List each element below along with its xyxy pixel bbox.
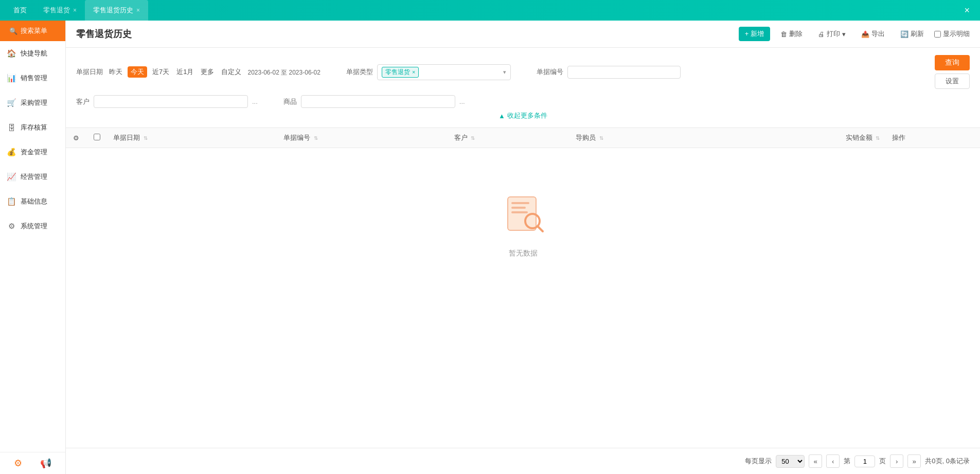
print-chevron-icon: ▾: [842, 30, 846, 38]
type-select[interactable]: 零售退货 × ▾: [377, 64, 511, 80]
per-page-select[interactable]: 50 10 20 100: [776, 455, 805, 468]
tab-retail-return[interactable]: 零售退货 ×: [35, 0, 85, 21]
prev-page-button[interactable]: ‹: [826, 454, 840, 468]
new-button[interactable]: + 新增: [739, 27, 770, 41]
col-action: 操作: [886, 128, 980, 148]
show-detail-checkbox[interactable]: [934, 31, 941, 38]
page-input[interactable]: [854, 455, 875, 467]
sidebar-item-basic-info[interactable]: 📋 基础信息: [0, 189, 65, 214]
window-close-button[interactable]: ×: [959, 5, 975, 16]
basic-info-icon: 📋: [6, 196, 16, 207]
svg-rect-1: [511, 202, 529, 204]
tab-retail-return-history[interactable]: 零售退货历史 ×: [85, 0, 148, 21]
page-unit: 页: [879, 457, 886, 466]
export-button[interactable]: 📤 导出: [856, 27, 890, 41]
svg-rect-3: [511, 211, 528, 213]
col-date[interactable]: 单据日期 ⇅: [107, 128, 277, 148]
export-icon: 📤: [861, 30, 869, 38]
query-setting-buttons: 查询 设置: [935, 55, 970, 89]
empty-icon: [497, 189, 549, 241]
page-header: 零售退货历史 + 新增 🗑 删除 🖨 打印 ▾ 📤 导出: [66, 21, 980, 48]
data-table: ⚙ 单据日期 ⇅ 单据编号 ⇅: [66, 128, 980, 299]
volume-icon[interactable]: 📢: [40, 458, 51, 469]
pagination: 每页显示 50 10 20 100 « ‹ 第 页 › » 共0页, 0条记录: [66, 448, 980, 474]
date-opt-1month[interactable]: 近1月: [174, 66, 195, 78]
type-tag: 零售退货 ×: [382, 67, 419, 78]
date-opt-more[interactable]: 更多: [199, 66, 216, 78]
goods-dots: ...: [459, 98, 465, 105]
settings-bottom-icon[interactable]: ⚙: [14, 458, 22, 469]
table-checkbox-col: [86, 128, 107, 148]
system-icon: ⚙: [6, 221, 16, 231]
col-guide[interactable]: 导购员 ⇅: [569, 128, 716, 148]
col-doc-no[interactable]: 单据编号 ⇅: [277, 128, 448, 148]
collapse-up-icon: ▲: [498, 112, 505, 120]
col-customer[interactable]: 客户 ⇅: [448, 128, 569, 148]
svg-line-5: [538, 226, 543, 231]
type-label: 单据类型: [346, 67, 373, 77]
sidebar: 🔍 搜索菜单 🏠 快捷导航 📊 销售管理 🛒 采购管理 🗄: [0, 21, 66, 474]
setting-button[interactable]: 设置: [935, 74, 970, 89]
show-detail-checkbox-label[interactable]: 显示明细: [934, 29, 970, 39]
first-page-button[interactable]: «: [809, 454, 822, 468]
select-all-checkbox[interactable]: [94, 134, 100, 140]
next-page-button[interactable]: ›: [890, 454, 903, 468]
doc-no-input[interactable]: [567, 66, 681, 79]
empty-state: 暂无数据: [66, 148, 980, 299]
inventory-icon: 🗄: [6, 122, 16, 133]
operations-icon: 📈: [6, 172, 16, 182]
sidebar-item-operations[interactable]: 📈 经营管理: [0, 165, 65, 189]
tab-bar: 首页 零售退货 × 零售退货历史 ×: [5, 0, 959, 21]
sidebar-item-purchase[interactable]: 🛒 采购管理: [0, 90, 65, 115]
date-opt-7days[interactable]: 近7天: [150, 66, 171, 78]
date-filter: 单据日期 昨天 今天 近7天 近1月 更多 自定义 2023-06-02 至 2…: [76, 66, 320, 78]
type-chevron-icon: ▾: [503, 69, 506, 76]
sidebar-item-quick-nav[interactable]: 🏠 快捷导航: [0, 41, 65, 66]
goods-input[interactable]: [301, 95, 455, 108]
empty-text: 暂无数据: [509, 249, 538, 258]
home-icon: 🏠: [6, 48, 16, 59]
tab-home[interactable]: 首页: [5, 0, 35, 21]
refresh-icon: 🔄: [900, 30, 908, 38]
refresh-button[interactable]: 🔄 刷新: [895, 27, 929, 41]
print-icon: 🖨: [818, 30, 825, 38]
date-range-display: 2023-06-02 至 2023-06-02: [247, 68, 320, 77]
col-amount[interactable]: 实销金额 ⇅: [716, 128, 886, 148]
page-title: 零售退货历史: [76, 28, 132, 40]
sort-docno-icon: ⇅: [314, 135, 318, 141]
filter-area: 单据日期 昨天 今天 近7天 近1月 更多 自定义 2023-06-02 至 2…: [66, 48, 980, 128]
purchase-icon: 🛒: [6, 98, 16, 108]
tab-retail-return-history-close[interactable]: ×: [136, 7, 140, 14]
date-opt-yesterday[interactable]: 昨天: [107, 66, 124, 78]
sidebar-nav: 🏠 快捷导航 📊 销售管理 🛒 采购管理 🗄 库存核算 💰 资金管: [0, 41, 65, 452]
page-label: 第: [844, 457, 850, 466]
table-container: ⚙ 单据日期 ⇅ 单据编号 ⇅: [66, 128, 980, 448]
print-button[interactable]: 🖨 打印 ▾: [813, 27, 851, 41]
sidebar-search[interactable]: 🔍 搜索菜单: [0, 21, 65, 41]
sidebar-item-system[interactable]: ⚙ 系统管理: [0, 214, 65, 239]
date-opt-custom[interactable]: 自定义: [219, 66, 243, 78]
query-button[interactable]: 查询: [935, 55, 970, 70]
delete-button[interactable]: 🗑 删除: [775, 27, 808, 41]
goods-label: 商品: [283, 97, 297, 106]
sidebar-item-sales[interactable]: 📊 销售管理: [0, 66, 65, 90]
last-page-button[interactable]: »: [907, 454, 921, 468]
doc-no-filter: 单据编号: [537, 66, 681, 79]
sidebar-item-inventory[interactable]: 🗄 库存核算: [0, 115, 65, 140]
header-actions: + 新增 🗑 删除 🖨 打印 ▾ 📤 导出 🔄: [739, 27, 970, 41]
collapse-button[interactable]: ▲ 收起更多条件: [76, 111, 970, 120]
date-label: 单据日期: [76, 67, 103, 77]
content-area: 零售退货历史 + 新增 🗑 删除 🖨 打印 ▾ 📤 导出: [66, 21, 980, 474]
customer-input[interactable]: [94, 95, 248, 108]
sort-date-icon: ⇅: [144, 135, 148, 141]
tab-retail-return-close[interactable]: ×: [73, 7, 77, 14]
customer-dots: ...: [252, 98, 258, 105]
delete-icon: 🗑: [780, 30, 787, 38]
customer-filter: 客户 ...: [76, 95, 258, 108]
date-opt-today[interactable]: 今天: [128, 66, 147, 78]
sidebar-item-finance[interactable]: 💰 资金管理: [0, 140, 65, 165]
table-settings-icon[interactable]: ⚙: [73, 134, 79, 142]
per-page-label: 每页显示: [745, 457, 772, 466]
date-options: 昨天 今天 近7天 近1月 更多 自定义: [107, 66, 243, 78]
type-tag-close[interactable]: ×: [412, 69, 415, 75]
